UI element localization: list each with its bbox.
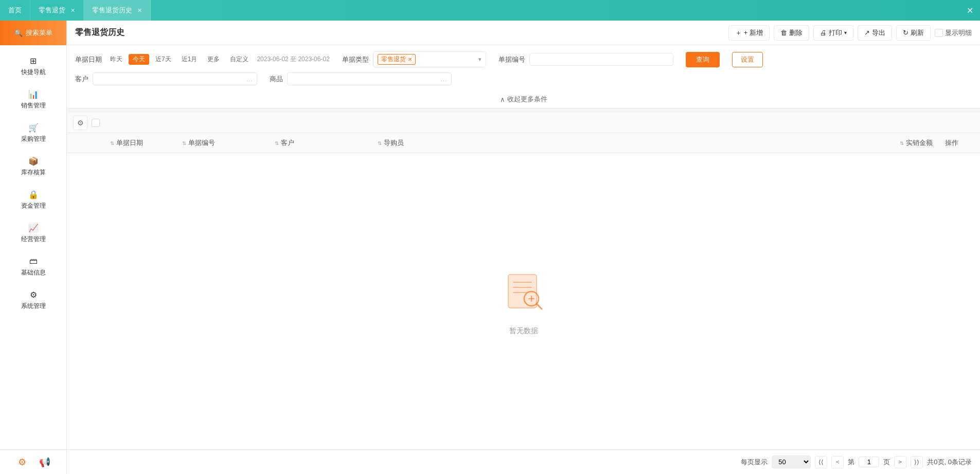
delete-button[interactable]: 🗑 删除 [774, 25, 809, 41]
sort-icon-doc-date: ⇅ [110, 140, 114, 146]
content-area: 零售退货历史 ＋ + 新增 🗑 删除 🖨 打印 ▾ ↗ 导出 [67, 21, 980, 474]
empty-illustration [498, 267, 549, 318]
sound-bottom-icon[interactable]: 📢 [38, 455, 52, 469]
settings-bottom-icon[interactable]: ⚙ [15, 455, 29, 469]
export-button[interactable]: ↗ 导出 [858, 25, 892, 41]
basic-info-icon: 🗃 [28, 256, 39, 266]
tab-home[interactable]: 首页 [0, 0, 30, 21]
empty-text: 暂无数据 [509, 326, 538, 336]
system-mgmt-icon: ⚙ [28, 289, 39, 300]
page-title: 零售退货历史 [75, 27, 124, 38]
sidebar-item-quick-nav[interactable]: ⊞ 快捷导航 [0, 49, 66, 83]
page-number-input[interactable] [859, 457, 879, 467]
table-select-all-checkbox[interactable] [92, 119, 100, 127]
th-amount[interactable]: ⇅ 实销金额 [877, 133, 939, 153]
table-area: ⚙ ⇅ 单据日期 ⇅ 单据编号 ⇅ 客户 [67, 113, 980, 449]
collapse-up-icon: ∧ [500, 96, 505, 103]
date-range-display: 2023-06-02 至 2023-06-02 [257, 55, 329, 64]
date-filter-item: 单据日期 昨天 今天 近7天 近1月 更多 自定义 2023-06-02 至 2… [75, 54, 330, 65]
customer-label: 客户 [75, 75, 88, 84]
pagination: 每页显示 50 10 20 100 ⟨⟨ ＜ 第 页 ＞ ⟩⟩ 共0页, 0条记… [67, 449, 980, 474]
date-shortcut-more[interactable]: 更多 [203, 54, 224, 65]
filter-area: 单据日期 昨天 今天 近7天 近1月 更多 自定义 2023-06-02 至 2… [67, 45, 980, 108]
sales-mgmt-icon: 📊 [28, 89, 39, 99]
date-shortcut-yesterday[interactable]: 昨天 [106, 54, 127, 65]
customer-input[interactable]: … [93, 72, 257, 85]
window-close-button[interactable]: ✕ [959, 0, 980, 21]
doc-type-select[interactable]: 零售退货 ✕ ▾ [373, 51, 486, 67]
tab-retail-return[interactable]: 零售退货 ✕ [30, 0, 84, 21]
date-shortcut-7days[interactable]: 近7天 [151, 54, 175, 65]
th-operation: 操作 [939, 133, 980, 153]
inventory-calc-icon: 📦 [28, 156, 39, 166]
doc-number-filter-item: 单据编号 [498, 53, 673, 66]
refresh-icon: ↻ [903, 29, 908, 37]
display-detail-checkbox[interactable] [935, 29, 943, 37]
doc-type-label: 单据类型 [342, 55, 369, 64]
sidebar-nav: ⊞ 快捷导航 📊 销售管理 🛒 采购管理 📦 库存核算 🔒 资金管理 📈 [0, 45, 66, 449]
sidebar: 🔍 搜索菜单 ⊞ 快捷导航 📊 销售管理 🛒 采购管理 📦 库存核算 🔒 [0, 21, 67, 474]
finance-mgmt-icon: 🔒 [28, 189, 39, 199]
page-suffix: 页 [883, 458, 890, 467]
collapse-filter-button[interactable]: ∧ 收起更多条件 [75, 90, 972, 108]
next-page-button[interactable]: ＞ [894, 456, 906, 468]
plus-icon: ＋ [735, 28, 742, 38]
th-customer[interactable]: ⇅ 客户 [269, 133, 371, 153]
sort-icon-amount: ⇅ [900, 140, 904, 146]
tab-retail-return-history-close-icon[interactable]: ✕ [137, 7, 142, 14]
doc-type-filter-item: 单据类型 零售退货 ✕ ▾ [342, 51, 486, 67]
date-shortcut-today[interactable]: 今天 [129, 54, 149, 65]
doc-number-input[interactable] [529, 53, 673, 66]
main-layout: 🔍 搜索菜单 ⊞ 快捷导航 📊 销售管理 🛒 采购管理 📦 库存核算 🔒 [0, 21, 980, 474]
page-actions: ＋ + 新增 🗑 删除 🖨 打印 ▾ ↗ 导出 ↻ [728, 25, 972, 41]
date-shortcut-1month[interactable]: 近1月 [177, 54, 202, 65]
doc-type-tag-close-icon[interactable]: ✕ [408, 57, 412, 62]
refresh-button[interactable]: ↻ 刷新 [896, 25, 931, 41]
th-doc-date[interactable]: ⇅ 单据日期 [104, 133, 176, 153]
sidebar-item-business-mgmt[interactable]: 📈 经营管理 [0, 216, 66, 250]
table-toolbar: ⚙ [67, 113, 980, 133]
sidebar-item-inventory-calc[interactable]: 📦 库存核算 [0, 150, 66, 183]
per-page-select[interactable]: 50 10 20 100 [772, 455, 811, 468]
filter-row-1: 单据日期 昨天 今天 近7天 近1月 更多 自定义 2023-06-02 至 2… [75, 51, 972, 67]
setting-button[interactable]: 设置 [732, 52, 763, 67]
customer-filter-item: 客户 … [75, 72, 257, 85]
sidebar-search-button[interactable]: 🔍 搜索菜单 [0, 21, 66, 45]
sidebar-item-sales-mgmt[interactable]: 📊 销售管理 [0, 83, 66, 116]
print-icon: 🖨 [820, 29, 827, 37]
first-page-button[interactable]: ⟨⟨ [815, 456, 827, 468]
new-button[interactable]: ＋ + 新增 [728, 25, 770, 41]
th-settings [67, 133, 85, 153]
goods-input[interactable]: … [287, 72, 452, 85]
page-header: 零售退货历史 ＋ + 新增 🗑 删除 🖨 打印 ▾ ↗ 导出 [67, 21, 980, 45]
doc-type-arrow-icon: ▾ [478, 56, 482, 63]
display-detail-wrapper: 显示明细 [935, 28, 972, 38]
doc-type-tag: 零售退货 ✕ [378, 54, 416, 65]
table-header: ⇅ 单据日期 ⇅ 单据编号 ⇅ 客户 ⇅ 导购员 ⇅ 实销 [67, 133, 980, 153]
per-page-label: 每页显示 [741, 458, 768, 467]
sidebar-item-system-mgmt[interactable]: ⚙ 系统管理 [0, 283, 66, 317]
prev-page-button[interactable]: ＜ [831, 456, 844, 468]
goods-filter-item: 商品 … [270, 72, 452, 85]
th-guide[interactable]: ⇅ 导购员 [371, 133, 454, 153]
last-page-button[interactable]: ⟩⟩ [911, 456, 923, 468]
doc-number-label: 单据编号 [498, 55, 525, 64]
th-spacer [454, 133, 877, 153]
sort-icon-doc-number: ⇅ [182, 140, 186, 146]
sidebar-item-basic-info[interactable]: 🗃 基础信息 [0, 250, 66, 283]
date-filter-label: 单据日期 [75, 55, 102, 64]
print-arrow-icon: ▾ [844, 30, 847, 35]
sidebar-item-finance-mgmt[interactable]: 🔒 资金管理 [0, 183, 66, 216]
filter-row-2: 客户 … 商品 … [75, 72, 972, 85]
print-button[interactable]: 🖨 打印 ▾ [813, 25, 853, 41]
tab-retail-return-history[interactable]: 零售退货历史 ✕ [84, 0, 151, 21]
tab-retail-return-close-icon[interactable]: ✕ [70, 7, 75, 14]
sidebar-item-purchase-mgmt[interactable]: 🛒 采购管理 [0, 116, 66, 150]
page-label: 第 [848, 458, 854, 467]
date-shortcut-custom[interactable]: 自定义 [226, 54, 253, 65]
query-button[interactable]: 查询 [686, 52, 720, 67]
table-settings-button[interactable]: ⚙ [73, 116, 87, 130]
sidebar-bottom: ⚙ 📢 [0, 449, 66, 474]
svg-line-5 [537, 304, 542, 309]
th-doc-number[interactable]: ⇅ 单据编号 [176, 133, 269, 153]
